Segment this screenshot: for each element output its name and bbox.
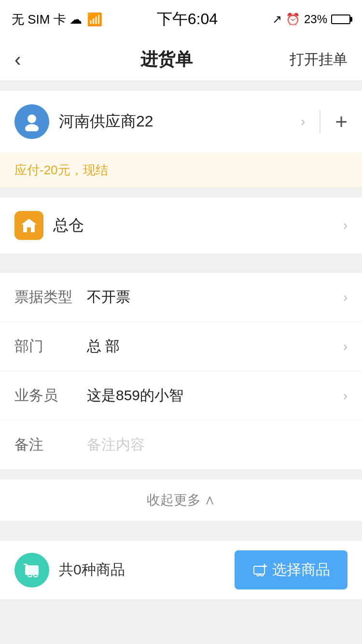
- remark-input[interactable]: 备注内容: [77, 435, 348, 455]
- section-gap-1: [0, 81, 362, 91]
- form-section: 票据类型 不开票 › 部门 总 部 › 业务员 这是859的小智 › 备注 备注…: [0, 273, 362, 469]
- invoice-value: 不开票: [77, 287, 343, 307]
- select-product-button[interactable]: 选择商品: [235, 550, 348, 589]
- select-product-label: 选择商品: [272, 560, 330, 580]
- collapse-button[interactable]: 收起更多 ∧: [0, 479, 362, 521]
- battery-icon: [331, 14, 350, 24]
- status-time: 下午6:04: [157, 9, 218, 30]
- warehouse-icon: [14, 211, 43, 240]
- vertical-divider: [320, 110, 320, 133]
- section-gap-3: [0, 253, 362, 263]
- svg-point-1: [25, 124, 39, 131]
- svg-point-0: [28, 114, 36, 123]
- bottom-bar: 共0种商品 选择商品: [0, 540, 362, 599]
- add-cart-icon: [252, 562, 267, 578]
- status-left: 无 SIM 卡 ☁ 📶: [12, 11, 102, 28]
- department-chevron-icon: ›: [343, 339, 348, 354]
- svg-marker-2: [21, 219, 37, 232]
- status-bar: 无 SIM 卡 ☁ 📶 下午6:04 ↗ ⏰ 23%: [0, 0, 362, 39]
- supplier-row[interactable]: 河南供应商22 › +: [0, 91, 362, 153]
- invoice-label: 票据类型: [14, 287, 77, 307]
- warehouse-section: 总仓 ›: [0, 197, 362, 253]
- salesman-value: 这是859的小智: [77, 386, 343, 406]
- supplier-name: 河南供应商22: [59, 111, 301, 132]
- warehouse-name: 总仓: [53, 215, 343, 236]
- wifi-icon: 📶: [87, 12, 102, 27]
- house-icon: [20, 217, 38, 234]
- nav-bar: ‹ 进货单 打开挂单: [0, 39, 362, 81]
- remark-row[interactable]: 备注 备注内容: [0, 420, 362, 469]
- open-pending-button[interactable]: 打开挂单: [290, 50, 348, 70]
- sim-label: 无 SIM 卡 ☁: [12, 11, 82, 28]
- salesman-label: 业务员: [14, 386, 77, 406]
- warehouse-chevron-icon: ›: [343, 218, 348, 233]
- svg-rect-4: [26, 564, 28, 575]
- department-value: 总 部: [77, 336, 343, 356]
- invoice-chevron-icon: ›: [343, 290, 348, 305]
- back-button[interactable]: ‹: [14, 49, 43, 70]
- supplier-section: 河南供应商22 › + 应付-20元，现结: [0, 91, 362, 188]
- department-label: 部门: [14, 336, 77, 356]
- remark-label: 备注: [14, 435, 77, 455]
- supplier-avatar: [14, 104, 49, 139]
- product-icon: [14, 553, 49, 588]
- department-row[interactable]: 部门 总 部 ›: [0, 322, 362, 371]
- salesman-row[interactable]: 业务员 这是859的小智 ›: [0, 371, 362, 420]
- product-count-label: 共0种商品: [59, 560, 235, 580]
- location-icon: ↗: [272, 13, 282, 26]
- section-gap-2: [0, 188, 362, 197]
- alarm-icon: ⏰: [286, 13, 300, 26]
- page-title: 进货单: [140, 48, 193, 71]
- page-rest: [0, 599, 362, 644]
- salesman-chevron-icon: ›: [343, 388, 348, 404]
- person-icon: [22, 112, 42, 131]
- warehouse-row[interactable]: 总仓 ›: [0, 197, 362, 253]
- svg-rect-5: [254, 566, 265, 574]
- supplier-chevron-icon: ›: [301, 114, 305, 129]
- status-right: ↗ ⏰ 23%: [272, 13, 350, 26]
- add-supplier-button[interactable]: +: [335, 110, 348, 134]
- battery-label: 23%: [304, 13, 327, 26]
- notice-bar: 应付-20元，现结: [0, 153, 362, 188]
- section-gap-4: [0, 521, 362, 531]
- cart-icon: [22, 560, 42, 580]
- invoice-row[interactable]: 票据类型 不开票 ›: [0, 273, 362, 322]
